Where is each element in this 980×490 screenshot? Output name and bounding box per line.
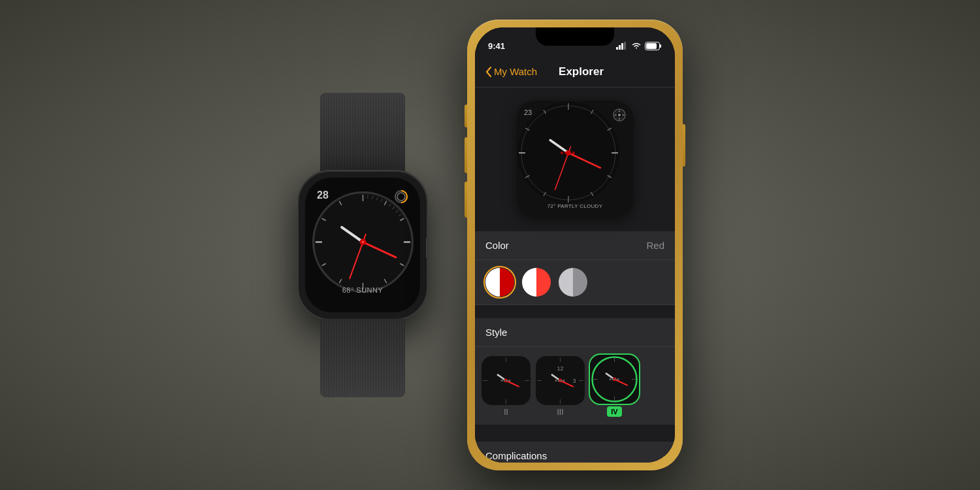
svg-point-63 <box>566 150 571 155</box>
wifi-icon <box>631 42 642 50</box>
svg-point-74 <box>506 380 508 382</box>
svg-point-59 <box>561 152 563 154</box>
swatch-red-white[interactable] <box>522 268 551 297</box>
svg-point-86 <box>555 380 557 382</box>
svg-point-88 <box>561 380 563 382</box>
svg-rect-29 <box>619 45 621 50</box>
watch-preview-frame: 23 <box>516 101 634 218</box>
complications-header <box>475 425 675 442</box>
color-row: Color Red <box>475 231 675 260</box>
iphone-screen: 9:41 <box>475 27 675 463</box>
style-option-iii[interactable]: 12 3 <box>536 356 585 417</box>
watch-band-top <box>320 93 405 171</box>
style-label-ii: II <box>504 408 508 417</box>
svg-point-73 <box>504 380 506 382</box>
status-bar: 9:41 <box>475 27 675 56</box>
watch-preview-section: 23 <box>475 88 675 231</box>
svg-text:3: 3 <box>572 378 576 384</box>
navigation-bar: My Watch Explorer <box>475 56 675 88</box>
style-option-iv[interactable]: IV <box>590 355 639 417</box>
style-option-ii[interactable]: II <box>482 356 531 417</box>
watch-body: 28 <box>297 170 428 320</box>
volume-down-button <box>465 182 467 218</box>
watch-weather: 68° SUNNY <box>342 286 384 294</box>
style-row-header: Style <box>475 318 675 347</box>
silent-switch <box>465 105 467 127</box>
svg-point-99 <box>610 378 612 380</box>
mini-face-ii <box>482 356 531 405</box>
style-label-text: Style <box>485 327 507 338</box>
svg-point-102 <box>617 378 619 380</box>
page-title: Explorer <box>537 65 625 78</box>
svg-text:12: 12 <box>557 365 563 372</box>
svg-point-75 <box>509 380 511 382</box>
complications-title-row: Complications <box>475 442 675 463</box>
svg-point-87 <box>558 380 560 382</box>
svg-point-89 <box>563 380 565 382</box>
battery-icon <box>645 42 662 50</box>
color-value: Red <box>646 240 664 251</box>
svg-point-27 <box>361 240 364 243</box>
swatch-gray[interactable] <box>559 268 587 297</box>
apple-watch: 28 <box>297 93 428 397</box>
svg-point-100 <box>612 378 614 380</box>
complications-title: Complications <box>485 450 547 461</box>
status-icons <box>616 42 662 50</box>
back-chevron-icon <box>485 67 492 77</box>
preview-weather: 72° PARTLY CLOUDY <box>547 203 603 209</box>
svg-rect-31 <box>624 42 626 50</box>
back-button[interactable]: My Watch <box>485 66 537 77</box>
style-label-iv: IV <box>607 406 621 417</box>
signal-icon <box>616 42 628 50</box>
mini-face-iv <box>590 355 639 404</box>
style-options: II <box>475 347 675 425</box>
style-label-iii: III <box>557 408 563 417</box>
volume-up-button <box>465 137 467 173</box>
svg-point-72 <box>501 380 503 382</box>
watch-screen: 28 <box>305 178 420 312</box>
style-section-header <box>475 305 675 318</box>
mini-face-iii: 12 3 <box>536 356 585 405</box>
notch <box>536 27 614 46</box>
watch-clock-face <box>312 191 414 293</box>
app-content: 23 <box>475 88 675 463</box>
watch-face: 28 <box>305 178 420 312</box>
back-label: My Watch <box>494 66 537 77</box>
svg-point-101 <box>615 378 617 380</box>
svg-line-15 <box>367 195 368 198</box>
color-label: Color <box>485 240 509 251</box>
status-time: 9:41 <box>488 41 505 51</box>
svg-point-62 <box>572 152 575 154</box>
preview-face: 23 <box>516 101 634 218</box>
svg-rect-28 <box>616 47 618 50</box>
iphone-body: 9:41 <box>467 20 683 470</box>
watch-band-bottom <box>320 319 405 397</box>
power-button <box>683 124 685 167</box>
color-swatches <box>475 260 675 305</box>
swatch-red[interactable] <box>485 268 514 297</box>
svg-rect-33 <box>660 44 662 48</box>
iphone: 9:41 <box>467 20 683 470</box>
svg-rect-34 <box>646 43 657 49</box>
svg-rect-30 <box>621 43 623 50</box>
